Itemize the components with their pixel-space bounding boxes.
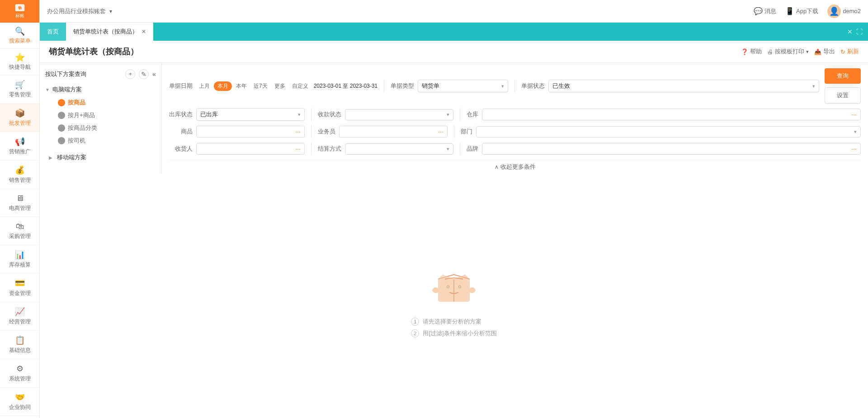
sidebar-item-operation[interactable]: 📈 经营管理: [0, 302, 39, 331]
export-icon: 📤: [814, 48, 821, 55]
sidebar-item-newbie[interactable]: 🎯 新手引导: [0, 416, 39, 418]
date-tabs: 上月 本月 本年 近7天 更多 自定义: [196, 81, 311, 91]
scheme-item-by-category[interactable]: 按商品分类: [54, 122, 156, 134]
tab-active[interactable]: 销货单统计表（按商品） ✕: [66, 23, 153, 41]
finance-label: 资金管理: [9, 290, 31, 297]
salesperson-dots[interactable]: ···: [438, 128, 443, 135]
sidebar-item-purchase[interactable]: 🛍 采购管理: [0, 217, 39, 245]
sidebar-item-quick-nav[interactable]: ⭐ 快捷导航: [0, 49, 39, 75]
product-dots[interactable]: ···: [295, 128, 301, 135]
scheme-item-icon-1: [58, 112, 65, 119]
receiver-input[interactable]: ···: [196, 143, 305, 155]
sidebar-item-marketing[interactable]: 📢 营销推广: [0, 132, 39, 161]
product-label: 商品: [169, 128, 196, 136]
print-dropdown-icon[interactable]: ▾: [806, 49, 809, 55]
date-tab-more[interactable]: 更多: [272, 81, 288, 91]
message-nav[interactable]: 💬 消息: [754, 7, 776, 15]
scheme-items: 按商品 按月+商品 按商品分类: [45, 96, 156, 147]
doc-type-dropdown-icon: ▾: [501, 83, 504, 89]
warehouse-dest-value: [486, 111, 851, 118]
scheme-header: 按以下方案查询 + ✎ «: [40, 67, 161, 83]
collapse-row[interactable]: ∧ 收起更多条件: [169, 160, 861, 174]
receiver-dots[interactable]: ···: [295, 145, 301, 152]
inventory-label: 库存核算: [9, 261, 31, 269]
marketing-icon: 📢: [15, 137, 25, 147]
sidebar-search-label: 搜索菜单: [9, 37, 31, 45]
ecommerce-label: 电商管理: [9, 204, 31, 212]
payment-select[interactable]: ▾: [345, 109, 453, 120]
scheme-item-by-month[interactable]: 按月+商品: [54, 109, 156, 122]
date-tab-7days[interactable]: 近7天: [251, 81, 270, 91]
salesperson-value: [343, 128, 438, 135]
doc-type-select[interactable]: 销货单 ▾: [418, 80, 508, 92]
date-tab-custom[interactable]: 自定义: [289, 81, 311, 91]
export-button[interactable]: 📤 导出: [814, 48, 835, 56]
sidebar-nav-label: 快捷导航: [9, 63, 31, 71]
date-tab-this-month[interactable]: 本月: [214, 81, 232, 91]
dept-select[interactable]: ▾: [476, 126, 861, 138]
scheme-pc-group-header[interactable]: ▼ 电脑端方案: [45, 83, 156, 96]
sidebar-item-wholesale[interactable]: 📦 批发管理: [0, 104, 39, 132]
warehouse-dest-dots[interactable]: ···: [851, 111, 857, 118]
receiver-field: 收货人 ···: [169, 143, 305, 155]
scheme-item-by-cashier[interactable]: 按司机: [54, 134, 156, 147]
scheme-edit-button[interactable]: ✎: [139, 69, 149, 79]
scheme-mobile-group-header[interactable]: ▶ 移动端方案: [45, 151, 156, 164]
warehouse-select[interactable]: 已出库 ▾: [196, 108, 305, 121]
divider-2: [514, 80, 515, 92]
sidebar-item-ecommerce[interactable]: 🖥 电商管理: [0, 189, 39, 217]
scheme-add-button[interactable]: +: [125, 69, 135, 79]
receiver-value: [200, 146, 295, 152]
empty-svg: [427, 254, 481, 309]
phone-icon: 📱: [785, 7, 794, 15]
sales-label: 销售管理: [9, 176, 31, 184]
tab-home[interactable]: 首页: [40, 23, 66, 41]
scheme-item-by-product[interactable]: 按商品: [54, 96, 156, 109]
product-input[interactable]: ···: [196, 126, 305, 138]
help-label: 帮助: [750, 48, 762, 56]
purchase-label: 采购管理: [9, 233, 31, 240]
refresh-button[interactable]: ↻ 刷新: [840, 48, 859, 56]
sidebar: 畅 标账 🔍 搜索菜单 ⭐ 快捷导航 🛒 零售管理 📦 批发管理 📢 营销推广 …: [0, 0, 40, 418]
sidebar-item-system[interactable]: ⚙ 系统管理: [0, 359, 39, 388]
retail-icon: 🛒: [15, 80, 25, 90]
scheme-item-icon-2: [58, 124, 65, 132]
app-download-nav[interactable]: 📱 App下载: [785, 7, 818, 15]
doc-status-select[interactable]: 已生效 ▾: [548, 80, 819, 92]
scheme-item-label-2: 按商品分类: [68, 124, 97, 132]
date-tab-this-year[interactable]: 本年: [233, 81, 250, 91]
query-button[interactable]: 查询: [825, 68, 861, 84]
sidebar-item-retail[interactable]: 🛒 零售管理: [0, 75, 39, 104]
sidebar-item-search[interactable]: 🔍 搜索菜单: [0, 23, 39, 49]
tab-minimize-icon[interactable]: ✕: [847, 28, 853, 35]
print-button[interactable]: 🖨 按模板打印 ▾: [767, 48, 809, 56]
sidebar-item-enterprise[interactable]: 🤝 企业协同: [0, 388, 39, 416]
logo-icon: 畅: [12, 4, 28, 12]
salesperson-input[interactable]: ···: [339, 126, 448, 138]
warehouse-label: 出库状态: [169, 110, 196, 119]
user-nav[interactable]: 👤 demo2: [827, 5, 861, 18]
inventory-icon: 📊: [15, 250, 25, 260]
settings-button[interactable]: 设置: [825, 87, 861, 104]
settlement-select[interactable]: ▾: [345, 143, 453, 155]
sidebar-item-sales[interactable]: 💰 销售管理: [0, 161, 39, 189]
doc-type-value: 销货单: [422, 82, 498, 90]
brand-dots[interactable]: ···: [851, 145, 857, 152]
date-tab-last-month[interactable]: 上月: [196, 81, 212, 91]
brand-input[interactable]: ···: [482, 143, 861, 155]
filter-form-area: 单据日期 上月 本月 本年 近7天 更多 自定义 2023-03-01 至 20…: [162, 63, 868, 174]
sidebar-item-inventory[interactable]: 📊 库存核算: [0, 245, 39, 274]
collapse-icon: ∧: [495, 164, 499, 170]
sidebar-item-base[interactable]: 📋 基础信息: [0, 331, 39, 359]
scheme-pc-group: ▼ 电脑端方案 按商品 按月+商品: [40, 83, 161, 147]
sidebar-item-finance[interactable]: 💳 资金管理: [0, 274, 39, 302]
scheme-collapse-button[interactable]: «: [152, 71, 156, 78]
warehouse-dest-input[interactable]: ···: [482, 109, 861, 120]
page-header: 销货单统计表（按商品） ❓ 帮助 🖨 按模板打印 ▾ 📤 导出: [40, 41, 868, 63]
industry-dropdown-icon[interactable]: ▾: [109, 8, 112, 14]
help-button[interactable]: ❓ 帮助: [741, 48, 762, 56]
dept-value: [480, 128, 854, 135]
tab-close-icon[interactable]: ✕: [142, 28, 146, 35]
date-field: 单据日期 上月 本月 本年 近7天 更多 自定义 2023-03-01 至 20…: [169, 81, 377, 91]
tab-maximize-icon[interactable]: ⛶: [856, 28, 863, 35]
